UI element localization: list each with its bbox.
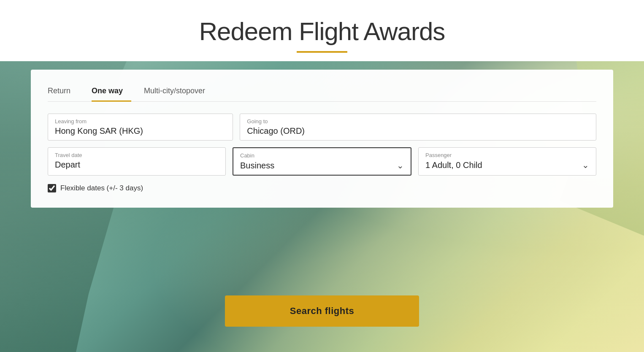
header-section: Redeem Flight Awards: [0, 0, 644, 61]
cabin-value: Business: [240, 161, 274, 171]
cabin-inner: Business ⌄: [240, 160, 404, 171]
passenger-inner: 1 Adult, 0 Child ⌄: [425, 160, 589, 170]
passenger-chevron-icon: ⌄: [582, 160, 589, 170]
page-wrapper: Redeem Flight Awards Return One way Mult…: [0, 0, 644, 352]
going-to-field[interactable]: Going to Chicago (ORD): [240, 114, 596, 141]
search-card: Return One way Multi-city/stopover Leavi…: [31, 70, 613, 208]
passenger-label: Passenger: [425, 152, 589, 158]
tabs-row: Return One way Multi-city/stopover: [48, 82, 596, 102]
cabin-label: Cabin: [240, 152, 404, 159]
travel-date-label: Travel date: [55, 152, 219, 158]
page-title: Redeem Flight Awards: [0, 17, 644, 46]
going-to-value: Chicago (ORD): [247, 126, 589, 136]
cabin-chevron-icon: ⌄: [397, 160, 404, 171]
tab-one-way[interactable]: One way: [92, 82, 131, 101]
travel-date-value: Depart: [55, 160, 219, 170]
search-button-wrapper: Search flights: [225, 295, 419, 327]
fields-row-2: Travel date Depart Cabin Business ⌄ Pass…: [48, 147, 596, 176]
background-section: Return One way Multi-city/stopover Leavi…: [0, 61, 644, 352]
title-underline: [297, 51, 347, 53]
flexible-dates-label: Flexible dates (+/- 3 days): [60, 184, 143, 192]
cabin-field[interactable]: Cabin Business ⌄: [233, 147, 411, 176]
passenger-field[interactable]: Passenger 1 Adult, 0 Child ⌄: [418, 147, 596, 176]
flexible-dates-row: Flexible dates (+/- 3 days): [48, 184, 596, 192]
travel-date-field[interactable]: Travel date Depart: [48, 147, 226, 176]
search-flights-button[interactable]: Search flights: [225, 295, 419, 327]
fields-row-1: Leaving from Hong Kong SAR (HKG) Going t…: [48, 114, 596, 141]
going-to-label: Going to: [247, 118, 589, 125]
tab-multi-city[interactable]: Multi-city/stopover: [144, 82, 214, 101]
leaving-from-field[interactable]: Leaving from Hong Kong SAR (HKG): [48, 114, 233, 141]
leaving-from-value: Hong Kong SAR (HKG): [55, 126, 226, 136]
passenger-value: 1 Adult, 0 Child: [425, 160, 482, 170]
leaving-from-label: Leaving from: [55, 118, 226, 125]
tab-return[interactable]: Return: [48, 82, 79, 101]
flexible-dates-checkbox[interactable]: [48, 184, 56, 192]
